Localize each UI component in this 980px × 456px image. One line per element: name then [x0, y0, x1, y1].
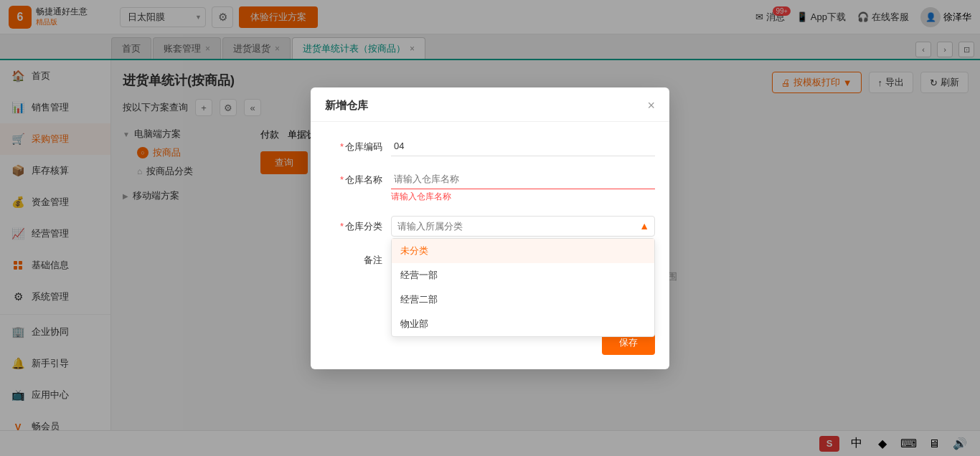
form-row-code: *仓库编码 — [325, 136, 655, 156]
code-label: *仓库编码 — [325, 136, 382, 153]
category-dropdown: 未分类 经营一部 经营二部 物业部 — [391, 238, 655, 337]
name-error-msg: 请输入仓库名称 — [391, 191, 655, 203]
category-label: *仓库分类 — [325, 216, 382, 233]
dialog-body: *仓库编码 *仓库名称 请输入仓库名称 *仓库分类 — [311, 122, 669, 322]
dropdown-item-ops2[interactable]: 经营二部 — [392, 288, 654, 312]
category-input-wrap: ▲ 未分类 经营一部 经营二部 物业部 — [391, 216, 655, 237]
dialog-header: 新增仓库 × — [311, 87, 669, 122]
dropdown-item-unclassified[interactable]: 未分类 — [392, 239, 654, 263]
form-row-name: *仓库名称 请输入仓库名称 — [325, 169, 655, 203]
code-input[interactable] — [391, 136, 655, 156]
category-input[interactable] — [391, 216, 655, 237]
category-toggle-btn[interactable]: ▲ — [639, 220, 649, 232]
modal-overlay: 新增仓库 × *仓库编码 *仓库名称 请输入仓库名称 — [0, 0, 980, 456]
new-warehouse-dialog: 新增仓库 × *仓库编码 *仓库名称 请输入仓库名称 — [311, 87, 669, 369]
dialog-title: 新增仓库 — [325, 99, 368, 113]
name-input[interactable] — [391, 169, 655, 189]
form-row-category: *仓库分类 ▲ 未分类 经营一部 经营二部 物业部 — [325, 216, 655, 237]
name-label: *仓库名称 — [325, 169, 382, 186]
code-input-wrap — [391, 136, 655, 156]
dialog-close-btn[interactable]: × — [647, 99, 655, 112]
name-input-wrap: 请输入仓库名称 — [391, 169, 655, 203]
dropdown-item-property[interactable]: 物业部 — [392, 312, 654, 336]
dropdown-item-ops1[interactable]: 经营一部 — [392, 263, 654, 288]
note-label: 备注 — [325, 250, 382, 267]
